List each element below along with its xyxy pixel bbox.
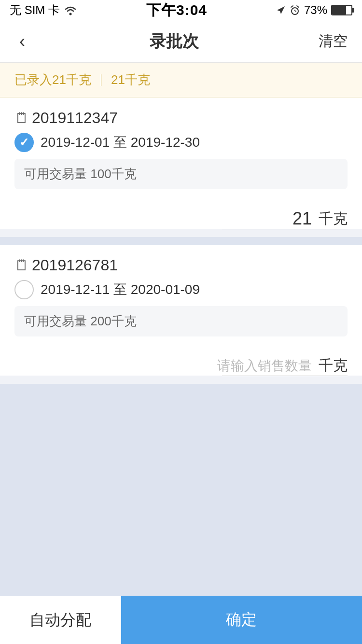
- batch-available-2: 可用交易量 200千克: [14, 306, 348, 336]
- quantity-value-1[interactable]: 21: [273, 209, 312, 229]
- card-pad-2: [0, 336, 362, 346]
- batch-card-2: 🗒 2019126781 2019-12-11 至 2020-01-09 可用交…: [0, 245, 362, 336]
- batch-date-1: 2019-12-01 至 2019-12-30: [41, 133, 200, 152]
- quantity-row-1: 21 千克: [0, 199, 362, 229]
- status-time: 下午3:04: [146, 0, 207, 20]
- section-separator: [0, 237, 362, 245]
- batch-available-1: 可用交易量 100千克: [14, 159, 348, 189]
- bottom-spacer: [0, 384, 362, 606]
- quantity-placeholder-2[interactable]: 请输入销售数量: [217, 357, 312, 375]
- quantity-divider-1: [222, 229, 348, 229]
- quantity-row-2: 请输入销售数量 千克: [0, 346, 362, 376]
- batch-date-row-1: 2019-12-01 至 2019-12-30: [14, 133, 348, 152]
- batch-card-1: 🗒 2019112347 2019-12-01 至 2019-12-30 可用交…: [0, 98, 362, 189]
- wifi-icon: [64, 5, 77, 15]
- page-title: 录批次: [150, 30, 199, 53]
- location-icon: [276, 5, 286, 15]
- info-divider: [101, 74, 101, 86]
- batch-header-2: 🗒 2019126781: [14, 256, 348, 274]
- status-right: 73%: [276, 3, 352, 17]
- status-bar: 无 SIM 卡 下午3:04 73%: [0, 0, 362, 20]
- info-banner: 已录入21千克 21千克: [0, 63, 362, 98]
- back-button[interactable]: ‹: [14, 27, 30, 56]
- status-left: 无 SIM 卡: [10, 2, 77, 18]
- battery-text: 73%: [304, 3, 327, 17]
- main-content: 🗒 2019112347 2019-12-01 至 2019-12-30 可用交…: [0, 98, 362, 644]
- carrier-text: 无 SIM 卡: [10, 2, 60, 18]
- batch-date-row-2: 2019-12-11 至 2020-01-09: [14, 280, 348, 299]
- info-label: 已录入21千克: [14, 71, 91, 88]
- info-value: 21千克: [111, 71, 150, 88]
- card-pad-1: [0, 189, 362, 199]
- alarm-icon: [290, 5, 300, 15]
- batch-date-2: 2019-12-11 至 2020-01-09: [41, 280, 200, 299]
- radio-button-2[interactable]: [14, 280, 34, 299]
- quantity-unit-2: 千克: [319, 356, 348, 376]
- quantity-unit-1: 千克: [319, 209, 348, 229]
- doc-icon-2: 🗒: [14, 257, 29, 274]
- svg-point-0: [70, 13, 72, 15]
- confirm-button[interactable]: 确定: [121, 596, 362, 644]
- clear-button[interactable]: 清空: [319, 31, 348, 51]
- batch-id-2: 2019126781: [32, 256, 118, 274]
- doc-icon-1: 🗒: [14, 110, 29, 126]
- battery-icon: [331, 5, 352, 15]
- radio-button-1[interactable]: [14, 133, 34, 152]
- auto-distribute-button[interactable]: 自动分配: [0, 596, 121, 644]
- batch-header-1: 🗒 2019112347: [14, 109, 348, 127]
- nav-bar: ‹ 录批次 清空: [0, 20, 362, 63]
- quantity-divider-2: [222, 376, 348, 376]
- bottom-bar: 自动分配 确定: [0, 596, 362, 644]
- batch-id-1: 2019112347: [32, 109, 118, 127]
